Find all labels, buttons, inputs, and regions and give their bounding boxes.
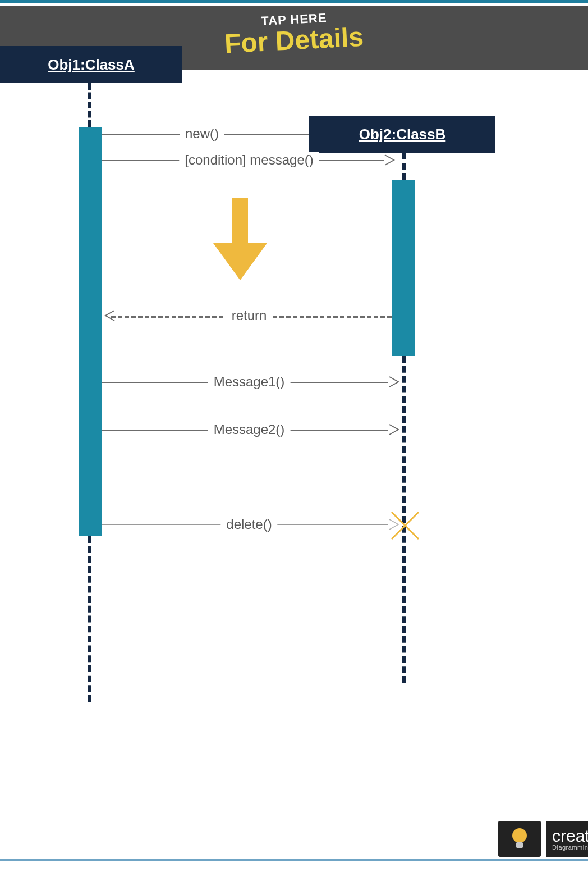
arrowhead-right-icon <box>388 376 401 388</box>
arrowhead-left-icon <box>103 309 116 322</box>
svg-point-0 <box>512 828 527 843</box>
participant-obj2[interactable]: Obj2:ClassB <box>309 116 495 153</box>
message-label-conditional: [condition] message() <box>179 152 319 168</box>
destroy-icon <box>389 510 421 541</box>
time-arrow-icon <box>213 198 267 282</box>
brand-bulb-icon[interactable] <box>498 821 541 857</box>
svg-rect-1 <box>516 842 523 848</box>
bottom-border <box>0 859 588 861</box>
activation-obj2[interactable] <box>392 180 415 356</box>
message-label-new: new() <box>180 126 224 142</box>
brand-text[interactable]: create Diagramming <box>546 821 588 857</box>
brand-sub: Diagramming <box>552 845 588 851</box>
diagram-stage: TAP HERE For Details Obj1:ClassA Obj2:Cl… <box>0 0 588 890</box>
participant-obj2-label: Obj2:ClassB <box>359 126 446 143</box>
lifeline-obj1-top <box>88 83 91 127</box>
lifeline-obj1-bottom <box>88 536 91 702</box>
arrowhead-right-icon <box>384 154 396 166</box>
participant-obj1-label: Obj1:ClassA <box>48 56 135 74</box>
message-label-msg2: Message2() <box>208 422 291 437</box>
activation-obj1[interactable] <box>79 127 102 536</box>
message-label-msg1: Message1() <box>208 374 291 390</box>
arrowhead-right-icon <box>388 423 401 436</box>
brand-name: create <box>552 828 588 845</box>
lifeline-obj2-top <box>402 153 406 180</box>
message-label-return: return <box>226 308 273 323</box>
message-label-delete: delete() <box>220 517 277 532</box>
participant-obj1[interactable]: Obj1:ClassA <box>0 46 182 83</box>
